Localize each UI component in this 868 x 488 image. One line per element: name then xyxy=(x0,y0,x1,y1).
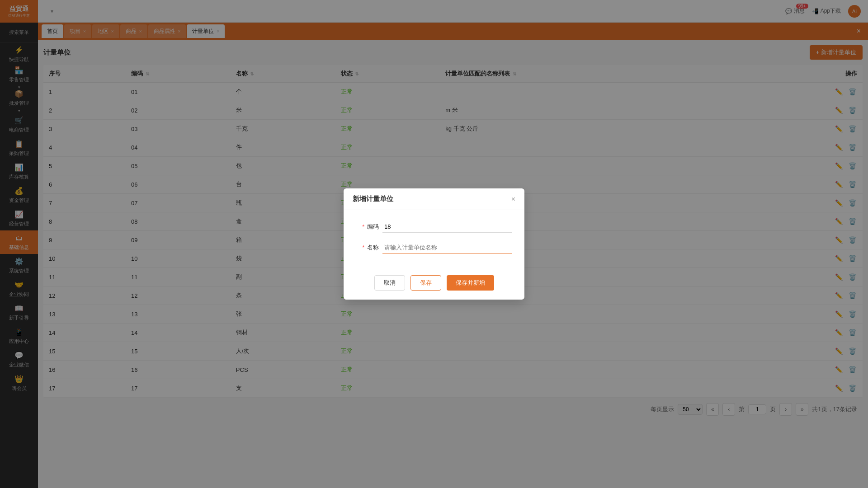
save-button[interactable]: 保存 xyxy=(410,275,441,291)
add-unit-modal: 新增计量单位 × * 编码 * 名称 取消 保存 保存并新增 xyxy=(344,188,524,300)
code-label: * 编码 xyxy=(356,223,379,231)
name-input[interactable] xyxy=(382,242,512,253)
save-and-new-button[interactable]: 保存并新增 xyxy=(447,275,494,291)
modal-header: 新增计量单位 × xyxy=(344,188,524,210)
modal-body: * 编码 * 名称 xyxy=(344,210,524,270)
modal-footer: 取消 保存 保存并新增 xyxy=(344,270,524,300)
modal-title: 新增计量单位 xyxy=(353,195,393,203)
modal-close-button[interactable]: × xyxy=(511,195,515,203)
code-input[interactable] xyxy=(382,221,512,233)
name-form-row: * 名称 xyxy=(356,242,512,253)
code-form-row: * 编码 xyxy=(356,221,512,233)
modal-overlay: 新增计量单位 × * 编码 * 名称 取消 保存 保存并新增 xyxy=(0,0,868,488)
name-label: * 名称 xyxy=(356,244,379,252)
cancel-button[interactable]: 取消 xyxy=(374,275,405,291)
